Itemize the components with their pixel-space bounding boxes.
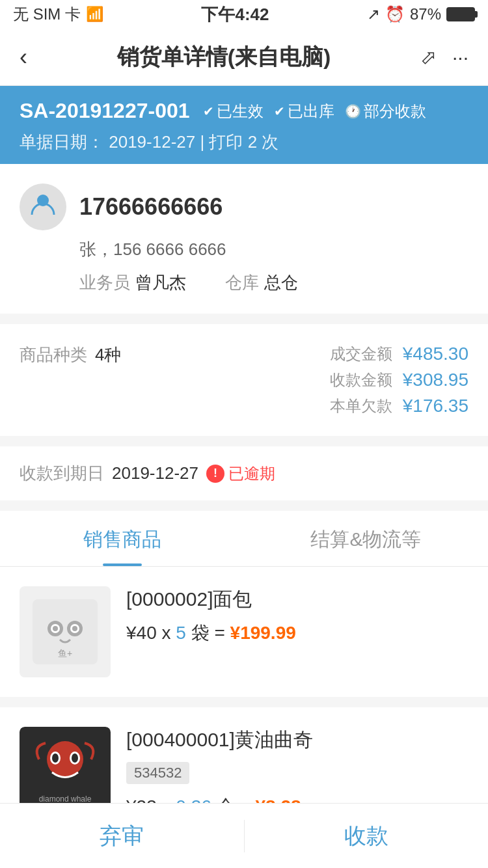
cancel-review-button[interactable]: 弃审 bbox=[0, 808, 244, 864]
back-button[interactable]: ‹ bbox=[20, 44, 27, 71]
price-eq-1: = bbox=[214, 623, 230, 643]
collect-payment-button[interactable]: 收款 bbox=[245, 808, 489, 864]
overdue-badge: ! 已逾期 bbox=[206, 463, 275, 484]
debt-row: 本单欠款 ¥176.35 bbox=[314, 396, 468, 416]
order-id: SA-20191227-001 bbox=[20, 99, 190, 123]
status-badges: ✔ 已生效 ✔ 已出库 🕐 部分收款 bbox=[203, 101, 426, 122]
product-title-2: 黄油曲奇 bbox=[235, 729, 313, 750]
status-bar: 无 SIM 卡 📶 下午4:42 ↗ ⏰ 87% bbox=[0, 0, 488, 29]
price-unit-1: 袋 bbox=[191, 623, 210, 643]
nav-bar: ‹ 销货单详情(来自电脑) ⬀ ··· bbox=[0, 29, 488, 86]
due-date-section: 收款到期日 2019-12-27 ! 已逾期 bbox=[0, 446, 488, 500]
share-button[interactable]: ⬀ bbox=[420, 46, 437, 68]
salesperson-label: 业务员 bbox=[79, 271, 130, 294]
location-icon: ↗ bbox=[367, 5, 380, 23]
overdue-label: 已逾期 bbox=[228, 463, 275, 484]
svg-text:鱼+: 鱼+ bbox=[58, 648, 72, 658]
category-value: 4种 bbox=[95, 344, 121, 366]
bottom-bar: 弃审 收款 bbox=[0, 803, 488, 868]
status-shipped-label: 已出库 bbox=[288, 101, 334, 122]
customer-row: 17666666666 bbox=[20, 183, 468, 230]
alarm-icon: ⏰ bbox=[385, 5, 405, 23]
product-thumbnail-1: 鱼+ bbox=[20, 586, 111, 677]
customer-sub-info: 张，156 6666 6666 bbox=[79, 238, 468, 261]
category-label: 商品种类 bbox=[20, 344, 87, 366]
stats-category: 商品种类 4种 bbox=[20, 344, 121, 366]
due-date-value: 2019-12-27 bbox=[112, 463, 198, 483]
product-tag-2: 534532 bbox=[126, 762, 189, 784]
status-time: 下午4:42 bbox=[201, 3, 269, 26]
product-title-1: 面包 bbox=[213, 588, 252, 610]
svg-point-6 bbox=[53, 626, 58, 631]
warehouse-value: 总仓 bbox=[264, 271, 298, 294]
check-icon-1: ✔ bbox=[203, 103, 214, 119]
header-banner: SA-20191227-001 ✔ 已生效 ✔ 已出库 🕐 部分收款 单据日期：… bbox=[0, 86, 488, 164]
status-partial-label: 部分收款 bbox=[364, 101, 426, 122]
product-code-2: [000400001] bbox=[126, 729, 235, 750]
svg-point-7 bbox=[72, 626, 77, 631]
clock-icon: 🕐 bbox=[345, 103, 361, 119]
svg-text:diamond whale: diamond whale bbox=[39, 794, 92, 804]
product-item: 鱼+ [0000002]面包 ¥40 x 5 袋 = ¥199.99 bbox=[0, 567, 488, 697]
page-title: 销货单详情(来自电脑) bbox=[117, 42, 331, 72]
price-qty-1: 5 bbox=[176, 623, 186, 643]
customer-name: 17666666666 bbox=[79, 193, 223, 221]
salesperson-info: 业务员 曾凡杰 bbox=[79, 271, 186, 294]
battery-icon bbox=[446, 7, 475, 21]
tab-settlement[interactable]: 结算&物流等 bbox=[244, 511, 488, 566]
product-name-1: [0000002]面包 bbox=[126, 586, 468, 613]
deal-amount-label: 成交金额 bbox=[314, 344, 392, 364]
tab-settlement-label: 结算&物流等 bbox=[310, 528, 421, 550]
avatar-icon bbox=[29, 190, 57, 224]
status-effective-label: 已生效 bbox=[217, 101, 264, 122]
product-info-1: [0000002]面包 ¥40 x 5 袋 = ¥199.99 bbox=[126, 586, 468, 645]
due-date-label: 收款到期日 bbox=[20, 462, 104, 485]
price-total-1: ¥199.99 bbox=[230, 623, 296, 643]
deal-amount-value: ¥485.30 bbox=[403, 344, 468, 364]
received-amount-row: 收款金额 ¥308.95 bbox=[314, 370, 468, 390]
debt-label: 本单欠款 bbox=[314, 396, 392, 416]
received-amount-value: ¥308.95 bbox=[403, 370, 468, 390]
deal-amount-row: 成交金额 ¥485.30 bbox=[314, 344, 468, 364]
customer-info-row: 业务员 曾凡杰 仓库 总仓 bbox=[79, 271, 468, 294]
status-left: 无 SIM 卡 📶 bbox=[13, 4, 103, 25]
battery-percent: 87% bbox=[410, 5, 441, 23]
date-label: 单据日期： bbox=[20, 132, 104, 152]
order-date: 2019-12-27 bbox=[109, 132, 195, 152]
status-badge-effective: ✔ 已生效 bbox=[203, 101, 264, 122]
svg-point-14 bbox=[72, 753, 78, 763]
debt-value: ¥176.35 bbox=[403, 396, 468, 416]
salesperson-value: 曾凡杰 bbox=[135, 271, 186, 294]
banner-row1: SA-20191227-001 ✔ 已生效 ✔ 已出库 🕐 部分收款 bbox=[20, 99, 468, 123]
carrier-text: 无 SIM 卡 bbox=[13, 4, 81, 25]
avatar bbox=[20, 183, 66, 230]
product-name-2: [000400001]黄油曲奇 bbox=[126, 727, 468, 753]
stats-section: 商品种类 4种 成交金额 ¥485.30 收款金额 ¥308.95 本单欠款 ¥… bbox=[0, 324, 488, 436]
more-button[interactable]: ··· bbox=[452, 46, 468, 68]
nav-actions: ⬀ ··· bbox=[420, 46, 468, 68]
warehouse-info: 仓库 总仓 bbox=[225, 271, 298, 294]
overdue-icon: ! bbox=[206, 465, 224, 483]
status-badge-shipped: ✔ 已出库 bbox=[274, 101, 334, 122]
tabs: 销售商品 结算&物流等 bbox=[0, 511, 488, 567]
received-amount-label: 收款金额 bbox=[314, 370, 392, 390]
status-right: ↗ ⏰ 87% bbox=[367, 5, 475, 23]
product-price-1: ¥40 x 5 袋 = ¥199.99 bbox=[126, 621, 468, 645]
tab-products-label: 销售商品 bbox=[83, 528, 161, 550]
banner-date-row: 单据日期： 2019-12-27 | 打印 2 次 bbox=[20, 131, 468, 154]
customer-section: 17666666666 张，156 6666 6666 业务员 曾凡杰 仓库 总… bbox=[0, 164, 488, 314]
price-x-1: x bbox=[162, 623, 176, 643]
svg-point-13 bbox=[52, 753, 59, 763]
separator: | bbox=[200, 132, 209, 152]
tab-products[interactable]: 销售商品 bbox=[0, 511, 244, 566]
stats-amounts: 成交金额 ¥485.30 收款金额 ¥308.95 本单欠款 ¥176.35 bbox=[314, 344, 468, 416]
status-badge-partial: 🕐 部分收款 bbox=[345, 101, 426, 122]
print-info: 打印 2 次 bbox=[209, 132, 278, 152]
product-code-1: [0000002] bbox=[126, 588, 213, 610]
product-list: 鱼+ [0000002]面包 ¥40 x 5 袋 = ¥199.99 bbox=[0, 567, 488, 839]
price-base-1: ¥40 bbox=[126, 623, 157, 643]
warehouse-label: 仓库 bbox=[225, 271, 259, 294]
check-icon-2: ✔ bbox=[274, 103, 285, 119]
wifi-icon: 📶 bbox=[86, 6, 103, 23]
